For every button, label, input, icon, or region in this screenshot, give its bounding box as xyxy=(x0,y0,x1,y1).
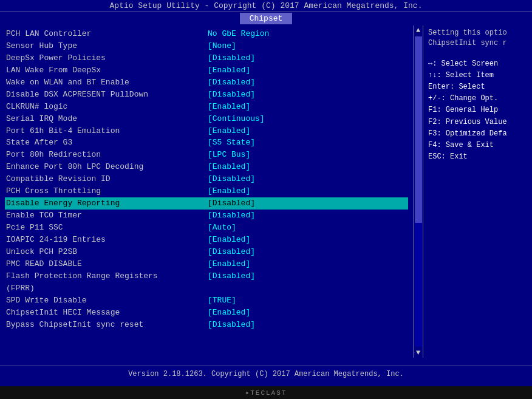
setting-value: [Disabled] xyxy=(206,210,408,222)
setting-label: Port 61h Bit-4 Emulation xyxy=(5,125,206,137)
table-row[interactable]: PCH LAN ControllerNo GbE Region xyxy=(5,28,408,40)
setting-value: [Disabled] xyxy=(206,270,408,282)
setting-label: Compatible Revision ID xyxy=(5,173,206,185)
key-help-item: Enter: Select xyxy=(428,81,527,93)
setting-label: Pcie P11 SSC xyxy=(5,222,206,234)
setting-label: (FPRR) xyxy=(5,282,206,295)
setting-label: SPD Write Disable xyxy=(5,295,206,307)
setting-value: [Enabled] xyxy=(206,307,408,319)
setting-value: [Enabled] xyxy=(206,101,408,113)
scroll-down-arrow[interactable]: ▼ xyxy=(416,349,420,356)
setting-label: DeepSx Power Policies xyxy=(5,52,206,64)
help-text: Setting this optio ChipsetInit sync r xyxy=(428,28,527,49)
setting-label: Enhance Port 80h LPC Decoding xyxy=(5,161,206,173)
setting-label: IOAPIC 24-119 Entries xyxy=(5,234,206,246)
table-row[interactable]: Sensor Hub Type[None] xyxy=(5,40,408,52)
scrollbar-track[interactable] xyxy=(415,36,422,347)
title-bar: Chipset xyxy=(0,12,532,26)
table-row[interactable]: (FPRR) xyxy=(5,282,408,295)
settings-table: PCH LAN ControllerNo GbE RegionSensor Hu… xyxy=(5,28,408,330)
key-help-item: F1: General Help xyxy=(428,104,527,116)
scrollbar[interactable]: ▲ ▼ xyxy=(413,26,423,358)
table-row[interactable]: DeepSx Power Policies[Disabled] xyxy=(5,52,408,64)
setting-value: [Auto] xyxy=(206,222,408,234)
setting-label: Sensor Hub Type xyxy=(5,40,206,52)
table-row[interactable]: Wake on WLAN and BT Enable[Disabled] xyxy=(5,77,408,89)
table-row[interactable]: Disable Energy Reporting[Disabled] xyxy=(5,197,408,210)
active-tab[interactable]: Chipset xyxy=(240,13,293,24)
setting-label: Bypass ChipsetInit sync reset xyxy=(5,319,206,331)
setting-value: [Disabled] xyxy=(206,89,408,101)
setting-value: [Disabled] xyxy=(206,319,408,331)
key-help-item: ↔: Select Screen xyxy=(428,58,527,70)
key-help-item: F3: Optimized Defa xyxy=(428,128,527,140)
table-row[interactable]: Compatible Revision ID[Disabled] xyxy=(5,173,408,185)
setting-label: State After G3 xyxy=(5,137,206,149)
key-help-item: ESC: Exit xyxy=(428,151,527,163)
table-row[interactable]: SPD Write Disable[TRUE] xyxy=(5,295,408,307)
setting-label: ChipsetInit HECI Message xyxy=(5,307,206,319)
table-row[interactable]: CLKRUN# logic[Enabled] xyxy=(5,101,408,113)
table-row[interactable]: Serial IRQ Mode[Continuous] xyxy=(5,113,408,125)
table-row[interactable]: PCH Cross Throttling[Enabled] xyxy=(5,185,408,197)
right-panel: Setting this optio ChipsetInit sync r ↔:… xyxy=(423,26,532,358)
setting-value: [Enabled] xyxy=(206,125,408,137)
setting-value: [Disabled] xyxy=(206,197,408,210)
key-help-item: ↑↓: Select Item xyxy=(428,70,527,81)
table-row[interactable]: Port 61h Bit-4 Emulation[Enabled] xyxy=(5,125,408,137)
setting-value: [TRUE] xyxy=(206,295,408,307)
setting-label: Disable Energy Reporting xyxy=(5,197,206,210)
footer-text: Version 2.18.1263. Copyright (C) 2017 Am… xyxy=(128,370,404,378)
key-help-item: F2: Previous Value xyxy=(428,117,527,128)
setting-value: [Disabled] xyxy=(206,173,408,185)
scroll-up-arrow[interactable]: ▲ xyxy=(416,27,420,34)
table-row[interactable]: Enhance Port 80h LPC Decoding[Enabled] xyxy=(5,161,408,173)
setting-value: [None] xyxy=(206,40,408,52)
setting-value: [Enabled] xyxy=(206,234,408,246)
setting-label: Port 80h Redirection xyxy=(5,149,206,161)
table-row[interactable]: Flash Protection Range Registers[Disable… xyxy=(5,270,408,282)
table-row[interactable]: Bypass ChipsetInit sync reset[Disabled] xyxy=(5,319,408,331)
top-bar: Aptio Setup Utility - Copyright (C) 2017… xyxy=(0,0,532,12)
table-row[interactable]: State After G3[S5 State] xyxy=(5,137,408,149)
setting-label: PCH Cross Throttling xyxy=(5,185,206,197)
footer-bar: Version 2.18.1263. Copyright (C) 2017 Am… xyxy=(0,366,532,382)
setting-label: Serial IRQ Mode xyxy=(5,113,206,125)
setting-value: [Enabled] xyxy=(206,185,408,197)
setting-value: [LPC Bus] xyxy=(206,149,408,161)
setting-label: Unlock PCH P2SB xyxy=(5,246,206,258)
setting-value: [Disabled] xyxy=(206,52,408,64)
key-help: ↔: Select Screen↑↓: Select ItemEnter: Se… xyxy=(428,58,527,163)
setting-label: PMC READ DISABLE xyxy=(5,258,206,270)
setting-value: [Enabled] xyxy=(206,161,408,173)
help-text-content: Setting this optio ChipsetInit sync r xyxy=(428,29,507,47)
table-row[interactable]: ChipsetInit HECI Message[Enabled] xyxy=(5,307,408,319)
setting-value: No GbE Region xyxy=(206,28,408,40)
teclast-logo: ✦TECLAST xyxy=(245,389,287,397)
scrollbar-thumb xyxy=(415,36,422,223)
top-bar-text: Aptio Setup Utility - Copyright (C) 2017… xyxy=(110,1,423,10)
key-help-item: +/-: Change Opt. xyxy=(428,93,527,104)
table-row[interactable]: Enable TCO Timer[Disabled] xyxy=(5,210,408,222)
setting-value: [Disabled] xyxy=(206,77,408,89)
setting-value: [Continuous] xyxy=(206,113,408,125)
table-row[interactable]: Pcie P11 SSC[Auto] xyxy=(5,222,408,234)
table-row[interactable]: LAN Wake From DeepSx[Enabled] xyxy=(5,64,408,77)
setting-label: Wake on WLAN and BT Enable xyxy=(5,77,206,89)
table-row[interactable]: Unlock PCH P2SB[Disabled] xyxy=(5,246,408,258)
key-help-item: F4: Save & Exit xyxy=(428,140,527,151)
setting-label: Disable DSX ACPRESENT PullDown xyxy=(5,89,206,101)
table-row[interactable]: Port 80h Redirection[LPC Bus] xyxy=(5,149,408,161)
setting-value: [Enabled] xyxy=(206,258,408,270)
setting-label: Enable TCO Timer xyxy=(5,210,206,222)
setting-value: [S5 State] xyxy=(206,137,408,149)
setting-value: [Disabled] xyxy=(206,246,408,258)
setting-value xyxy=(206,282,408,295)
setting-value: [Enabled] xyxy=(206,64,408,77)
table-row[interactable]: Disable DSX ACPRESENT PullDown[Disabled] xyxy=(5,89,408,101)
main-area: PCH LAN ControllerNo GbE RegionSensor Hu… xyxy=(0,26,532,358)
teclast-bar: ✦TECLAST xyxy=(0,386,532,399)
table-row[interactable]: IOAPIC 24-119 Entries[Enabled] xyxy=(5,234,408,246)
setting-label: PCH LAN Controller xyxy=(5,28,206,40)
table-row[interactable]: PMC READ DISABLE[Enabled] xyxy=(5,258,408,270)
